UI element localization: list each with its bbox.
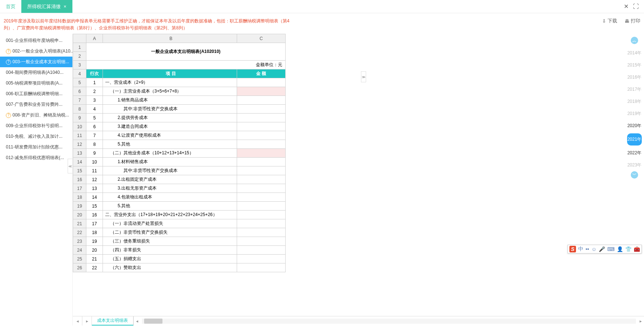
row-header[interactable]: 8 <box>73 105 86 114</box>
year-2022年[interactable]: 2022年 <box>626 147 643 159</box>
row-header[interactable]: 26 <box>73 263 86 272</box>
window-close-icon[interactable]: ✕ <box>624 3 629 10</box>
cell-item[interactable]: 2.提供劳务成本 <box>103 114 237 122</box>
scroll-left-icon[interactable]: ◂ <box>134 319 140 324</box>
sidebar-item-8[interactable]: ?008-资产折旧、摊销及纳税... <box>0 110 72 121</box>
cell-item[interactable]: （一）主营业务成本（3+5+6+7+8） <box>103 87 237 96</box>
scroll-right-icon[interactable]: ▸ <box>637 319 644 324</box>
cell-amount[interactable] <box>237 228 286 237</box>
row-header[interactable]: 11 <box>73 131 86 140</box>
col-header-b[interactable]: B <box>103 34 237 43</box>
row-header[interactable]: 21 <box>73 219 86 228</box>
row-header[interactable]: 13 <box>73 149 86 158</box>
ime-skin-icon[interactable]: 👕 <box>625 246 632 252</box>
row-header[interactable]: 12 <box>73 140 86 149</box>
row-header[interactable]: 1 <box>73 43 86 52</box>
row-header[interactable]: 9 <box>73 114 86 122</box>
cell-amount[interactable] <box>237 158 286 166</box>
fullscreen-icon[interactable]: ⛶ <box>633 3 639 10</box>
cell-item[interactable]: 一、营业成本（2+9） <box>103 78 237 87</box>
row-header[interactable]: 17 <box>73 184 86 193</box>
cell-rownum[interactable]: 1 <box>86 78 103 87</box>
cell-rownum[interactable]: 13 <box>86 184 103 193</box>
ime-keyboard-icon[interactable]: ⌨ <box>607 246 615 252</box>
cell-item[interactable]: 3.建造合同成本 <box>103 122 237 131</box>
sidebar-item-9[interactable]: 009-企业所得税弥补亏损明... <box>0 121 72 131</box>
row-header[interactable]: 10 <box>73 122 86 131</box>
ime-lang[interactable]: 中 <box>578 246 583 252</box>
cell-rownum[interactable]: 7 <box>86 131 103 140</box>
cell-rownum[interactable]: 22 <box>86 263 103 272</box>
cell-item[interactable]: （二）非货币性资产交换损失 <box>103 228 237 237</box>
cell-rownum[interactable]: 3 <box>86 96 103 105</box>
scrollbar-track[interactable] <box>142 319 636 324</box>
cell-amount[interactable] <box>237 105 286 114</box>
cell-rownum[interactable]: 11 <box>86 166 103 175</box>
cell-item[interactable]: 其中:非货币性资产交换成本 <box>103 105 237 114</box>
cell-item[interactable]: （四）非常损失 <box>103 246 237 255</box>
ime-toolbox-icon[interactable]: 🧰 <box>634 246 640 252</box>
grid-wrap[interactable]: A B C 1 一般企业成本支出明细表(A102010) 2 3 金额单位：元 … <box>73 34 644 316</box>
row-header[interactable]: 25 <box>73 255 86 263</box>
col-header-c[interactable]: C <box>237 34 286 43</box>
row-header[interactable]: 5 <box>73 78 86 87</box>
cell-amount[interactable] <box>237 175 286 184</box>
expand-right-icon[interactable]: ≫ <box>361 71 366 82</box>
row-header[interactable]: 18 <box>73 193 86 202</box>
ime-toolbar[interactable]: S 中 •• ☺ 🎤 ⌨ 👤 👕 🧰 <box>568 245 642 254</box>
cell-item[interactable]: （五）捐赠支出 <box>103 255 237 263</box>
cell-rownum[interactable]: 9 <box>86 149 103 158</box>
row-header[interactable]: 22 <box>73 228 86 237</box>
cell-rownum[interactable]: 2 <box>86 87 103 96</box>
cell-item[interactable]: 其中:非货币性资产交换成本 <box>103 166 237 175</box>
cell-amount[interactable] <box>237 184 286 193</box>
sidebar-item-2[interactable]: ?002-一般企业收入明细表(A10... <box>0 46 72 57</box>
cell-rownum[interactable]: 19 <box>86 237 103 246</box>
print-button[interactable]: 🖶 打印 <box>625 18 640 24</box>
close-icon[interactable]: × <box>64 4 67 9</box>
cell-amount[interactable] <box>237 122 286 131</box>
cell-item[interactable]: （一）非流动资产处置损失 <box>103 219 237 228</box>
cell-amount[interactable] <box>237 131 286 140</box>
year-2021年[interactable]: 2021年 <box>627 133 642 145</box>
cell-amount[interactable] <box>237 237 286 246</box>
cell-amount[interactable] <box>237 96 286 105</box>
ime-voice-icon[interactable]: 🎤 <box>599 246 605 252</box>
row-header[interactable]: 15 <box>73 166 86 175</box>
cell-item[interactable]: 2.出租固定资产成本 <box>103 175 237 184</box>
cell-amount[interactable] <box>237 149 286 158</box>
cell-rownum[interactable]: 15 <box>86 202 103 211</box>
sidebar-item-7[interactable]: 007-广告费和业务宣传费跨... <box>0 99 72 110</box>
cell-amount[interactable] <box>237 219 286 228</box>
col-header-a[interactable]: A <box>86 34 103 43</box>
cell-item[interactable]: 3.出租无形资产成本 <box>103 184 237 193</box>
ime-emoji-icon[interactable]: ☺ <box>591 246 597 252</box>
tab-home[interactable]: 首页 <box>0 0 21 13</box>
sheet-tab-cost[interactable]: 成本支出明细表 <box>92 316 133 326</box>
row-header[interactable]: 19 <box>73 202 86 211</box>
cell-item[interactable]: 5.其他 <box>103 202 237 211</box>
sidebar-item-4[interactable]: 004-期间费用明细表(A1040... <box>0 67 72 78</box>
cell-rownum[interactable]: 21 <box>86 255 103 263</box>
row-header[interactable]: 14 <box>73 158 86 166</box>
cell-amount[interactable] <box>237 211 286 219</box>
ime-user-icon[interactable]: 👤 <box>617 246 623 252</box>
scroll-up-icon[interactable]: ︽ <box>631 37 638 44</box>
sidebar-item-12[interactable]: 012-减免所得税优惠明细表(... <box>0 152 72 163</box>
row-header[interactable]: 23 <box>73 237 86 246</box>
cell-amount[interactable] <box>237 166 286 175</box>
cell-amount[interactable] <box>237 140 286 149</box>
cell-rownum[interactable]: 16 <box>86 211 103 219</box>
cell-amount[interactable] <box>237 255 286 263</box>
cell-item[interactable]: 1.销售商品成本 <box>103 96 237 105</box>
cell-item[interactable]: 4.包装物出租成本 <box>103 193 237 202</box>
cell-item[interactable]: （六）赞助支出 <box>103 263 237 272</box>
row-header[interactable]: 24 <box>73 246 86 255</box>
cell-rownum[interactable]: 12 <box>86 175 103 184</box>
cell-rownum[interactable]: 18 <box>86 228 103 237</box>
corner-cell[interactable] <box>73 34 86 43</box>
row-header[interactable]: 6 <box>73 87 86 96</box>
row-header[interactable]: 20 <box>73 211 86 219</box>
cell-amount[interactable] <box>237 114 286 122</box>
cell-amount[interactable] <box>237 246 286 255</box>
